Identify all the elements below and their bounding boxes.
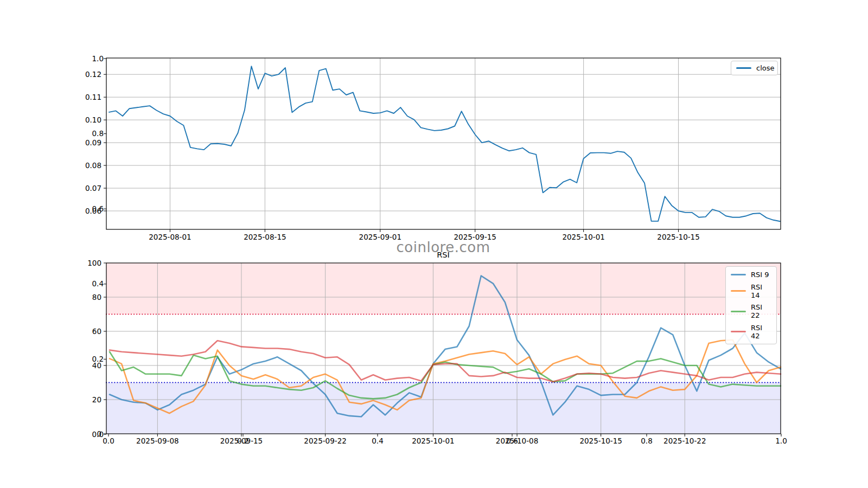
svg-text:0.09: 0.09 <box>85 138 101 147</box>
legend-item-rsi9: RSI 9 <box>731 271 771 279</box>
svg-text:0.10: 0.10 <box>85 115 101 124</box>
svg-text:2025-10-01: 2025-10-01 <box>562 233 604 241</box>
svg-text:0.4: 0.4 <box>92 279 104 288</box>
svg-text:0.0: 0.0 <box>92 430 104 439</box>
rsi42-line-swatch <box>731 331 746 332</box>
svg-text:0.6: 0.6 <box>506 436 518 445</box>
svg-text:2025-09-08: 2025-09-08 <box>136 436 178 445</box>
svg-text:0.8: 0.8 <box>641 436 652 445</box>
close-line-swatch <box>736 67 751 69</box>
svg-text:80: 80 <box>92 293 101 301</box>
rsi9-line-swatch <box>731 274 746 275</box>
legend-label-rsi42: RSI 42 <box>751 324 771 340</box>
svg-text:60: 60 <box>92 327 101 336</box>
legend-item-rsi42: RSI 42 <box>731 324 771 340</box>
svg-text:2025-08-01: 2025-08-01 <box>149 233 191 241</box>
svg-text:0.2: 0.2 <box>92 355 104 363</box>
rsi-legend: RSI 9 RSI 14 RSI 22 RSI 42 <box>725 266 777 344</box>
rsi22-line-swatch <box>731 311 746 312</box>
svg-text:0.11: 0.11 <box>85 93 101 101</box>
svg-text:100: 100 <box>87 259 101 267</box>
svg-text:2025-10-01: 2025-10-01 <box>412 436 454 445</box>
svg-text:2025-09-01: 2025-09-01 <box>359 233 401 241</box>
svg-text:2025-09-22: 2025-09-22 <box>304 436 346 445</box>
svg-text:2025-10-15: 2025-10-15 <box>657 233 699 241</box>
svg-text:0.6: 0.6 <box>92 204 104 213</box>
legend-label-rsi22: RSI 22 <box>751 303 771 319</box>
svg-text:0.4: 0.4 <box>372 436 383 445</box>
svg-text:0.07: 0.07 <box>85 184 101 192</box>
legend-item-rsi22: RSI 22 <box>731 303 771 319</box>
svg-text:1.0: 1.0 <box>775 436 787 445</box>
legend-item-close: close <box>736 64 774 72</box>
legend-label-rsi9: RSI 9 <box>751 271 769 279</box>
svg-text:0.0: 0.0 <box>103 436 114 445</box>
svg-text:0.2: 0.2 <box>237 436 248 445</box>
svg-text:1.0: 1.0 <box>92 54 104 63</box>
svg-text:2025-10-22: 2025-10-22 <box>663 436 706 445</box>
legend-item-rsi14: RSI 14 <box>731 283 771 299</box>
svg-text:2025-10-15: 2025-10-15 <box>579 436 622 445</box>
rsi-panel-title: RSI <box>437 251 450 259</box>
svg-text:20: 20 <box>92 395 101 404</box>
legend-label-rsi14: RSI 14 <box>751 283 771 299</box>
svg-text:0.08: 0.08 <box>85 161 101 170</box>
svg-text:0.12: 0.12 <box>85 70 101 79</box>
rsi14-line-swatch <box>731 290 746 292</box>
chart-figure: 2025-08-012025-08-152025-09-012025-09-15… <box>0 0 868 488</box>
svg-text:2025-08-15: 2025-08-15 <box>244 233 286 241</box>
svg-text:0.8: 0.8 <box>92 129 104 138</box>
legend-label-close: close <box>756 64 774 72</box>
price-legend: close <box>731 61 778 75</box>
